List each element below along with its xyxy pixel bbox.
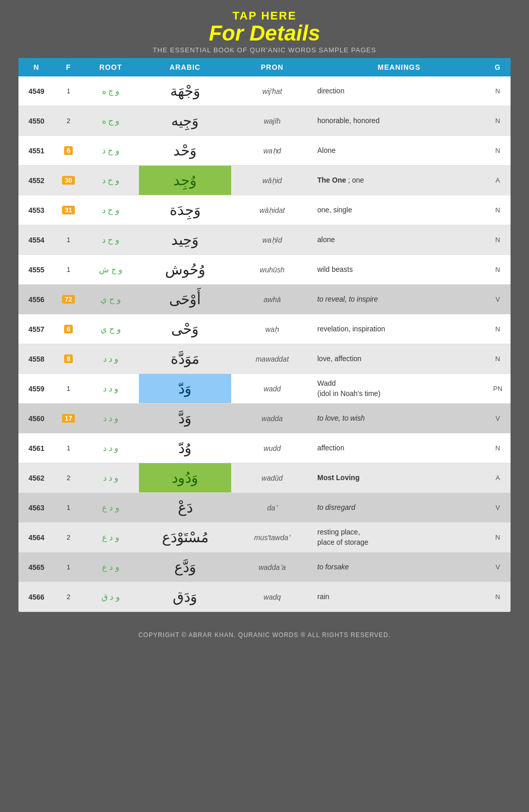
cell-n: 4556 (18, 295, 54, 304)
cell-arabic: مَوَدَّة (139, 348, 231, 369)
cell-n: 4564 (18, 533, 54, 542)
cell-arabic: دَعْ (139, 497, 231, 518)
cell-arabic: وَجْهَة (139, 81, 231, 102)
table-row: 45591و د دوَدّwaddWadd(idol in Noah's ti… (18, 374, 511, 404)
cell-root: و ح ي (83, 324, 139, 334)
col-arabic: ARABIC (139, 63, 231, 71)
table-row: 455331و ح دوَجِدَةwāḥidatone, singleN (18, 195, 511, 225)
table-row: 45622و د دوَدُودwadūdMost LovingA (18, 463, 511, 493)
cell-meanings: direction (313, 84, 485, 98)
cell-arabic: وَدُود (139, 463, 231, 492)
cell-root: و د ع (83, 503, 139, 512)
cell-f: 6 (54, 146, 83, 155)
cell-root: و ج ه (83, 116, 139, 126)
cell-g: N (485, 206, 511, 214)
table-row: 45588و د دمَوَدَّةmawaddatlove, affectio… (18, 344, 511, 374)
cell-pron: wadd (231, 385, 313, 393)
cell-pron: mus'tawdaʿ (231, 533, 313, 542)
cell-arabic: وَدَّع (139, 557, 231, 578)
cell-pron: wudd (231, 444, 313, 452)
cell-root: و ج ه (83, 86, 139, 96)
table-row: 45491و ج هوَجْهَةwij'hatdirectionN (18, 76, 511, 106)
table-body: 45491و ج هوَجْهَةwij'hatdirectionN45502و… (18, 76, 511, 612)
table-row: 45611و د دوُدّwuddaffectionN (18, 433, 511, 463)
cell-f: 2 (54, 593, 83, 601)
cell-g: V (485, 295, 511, 303)
cell-root: و د ع (83, 562, 139, 572)
table-row: 45662و د قوَدَقwadqrainN (18, 582, 511, 612)
cell-n: 4552 (18, 176, 54, 185)
table-row: 45551و ح شوُحُوشwuhūshwild beastsN (18, 255, 511, 285)
cell-arabic: وُحُوش (139, 259, 231, 280)
cell-arabic: وُجِد (139, 166, 231, 195)
cell-root: و د ع (83, 532, 139, 542)
table-row: 455672و ح يأَوْحَىawhāto reveal, to insp… (18, 285, 511, 314)
cell-arabic: أَوْحَى (139, 289, 231, 310)
cell-n: 4554 (18, 236, 54, 244)
cell-g: N (485, 117, 511, 125)
cell-pron: waddaʿa (231, 563, 313, 571)
cell-pron: wajīh (231, 117, 313, 125)
cell-root: و ح د (83, 205, 139, 215)
cell-f: 2 (54, 533, 83, 541)
cell-f: 8 (54, 354, 83, 363)
col-n: N (18, 63, 54, 71)
cell-meanings: The One ; one (313, 173, 485, 188)
cell-pron: wāḥid (231, 176, 313, 185)
cell-g: V (485, 563, 511, 571)
cell-g: N (485, 87, 511, 95)
cell-arabic: وَحِيد (139, 229, 231, 250)
cell-root: و ح د (83, 146, 139, 155)
cell-arabic: وَجِدَة (139, 200, 231, 221)
cell-n: 4561 (18, 444, 54, 452)
cell-n: 4565 (18, 563, 54, 571)
table-row: 45642و د عمُسْتَوْدَعmus'tawdaʿresting p… (18, 523, 511, 552)
cell-n: 4550 (18, 117, 54, 125)
table-row: 456017و د دوَدَّwaddato love, to wishV (18, 404, 511, 433)
cell-meanings: revelation, inspiration (313, 322, 485, 336)
cell-root: و ح د (83, 175, 139, 185)
cell-pron: wadq (231, 593, 313, 601)
cell-f: 1 (54, 385, 83, 392)
table-row: 45631و د عدَعْdaʿto disregardV (18, 493, 511, 523)
cell-n: 4563 (18, 504, 54, 512)
cell-meanings: Alone (313, 144, 485, 158)
cell-root: و ح ي (83, 294, 139, 304)
cell-g: N (485, 236, 511, 244)
table-row: 45576و ح يوَحْىwaḥrevelation, inspiratio… (18, 314, 511, 344)
cell-arabic: وَجِيه (139, 110, 231, 131)
cell-meanings: to disregard (313, 501, 485, 515)
cell-meanings: alone (313, 233, 485, 247)
cell-n: 4551 (18, 147, 54, 155)
cell-f: 1 (54, 87, 83, 95)
cell-meanings: affection (313, 441, 485, 455)
cell-g: N (485, 593, 511, 601)
table-row: 45516و ح دوَحْدwaḥdAloneN (18, 136, 511, 166)
cell-g: N (485, 355, 511, 363)
subtitle-label: THE ESSENTIAL BOOK OF QUR'ANIC WORDS SAM… (0, 46, 529, 54)
top-banner: TAP HERE For Details THE ESSENTIAL BOOK … (0, 0, 529, 58)
cell-f: 1 (54, 563, 83, 571)
cell-meanings: one, single (313, 203, 485, 217)
cell-pron: waḥ (231, 325, 313, 333)
cell-pron: waḥd (231, 147, 313, 155)
cell-g: N (485, 444, 511, 452)
cell-g: N (485, 533, 511, 541)
cell-pron: waḥīd (231, 236, 313, 244)
cell-meanings: to love, to wish (313, 411, 485, 426)
for-details-label[interactable]: For Details (0, 23, 529, 44)
cell-f: 2 (54, 117, 83, 125)
cell-f: 1 (54, 266, 83, 273)
cell-n: 4549 (18, 87, 54, 95)
cell-arabic: وَدَّ (139, 408, 231, 429)
cell-n: 4566 (18, 593, 54, 601)
cell-g: N (485, 325, 511, 333)
cell-root: و د د (83, 473, 139, 483)
cell-root: و د ق (83, 592, 139, 602)
cell-root: و ح ش (83, 265, 139, 274)
cell-meanings: rain (313, 590, 485, 604)
cell-n: 4558 (18, 355, 54, 363)
cell-meanings: to forsake (313, 560, 485, 575)
cell-f: 31 (54, 206, 83, 214)
cell-pron: wāḥidat (231, 206, 313, 214)
